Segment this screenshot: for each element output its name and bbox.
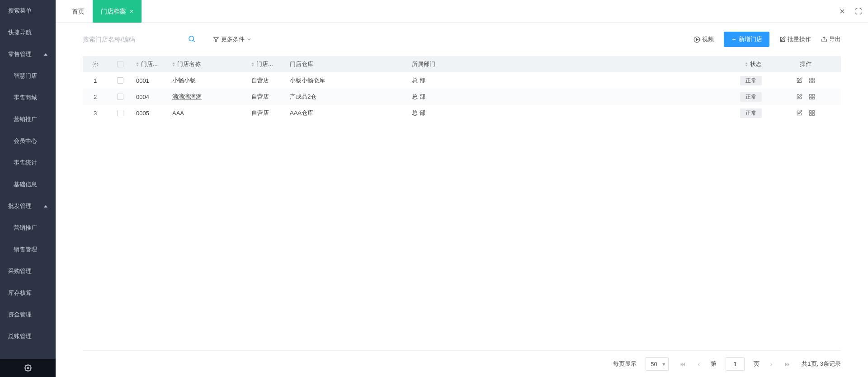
svg-rect-9 — [812, 94, 814, 96]
expand-icon — [855, 8, 862, 15]
sidebar-item-retail-stats[interactable]: 零售统计 — [0, 152, 56, 174]
sort-icon — [136, 62, 139, 66]
col-type[interactable]: 门店... — [248, 56, 286, 72]
sidebar-item-purchase-mgmt[interactable]: 采购管理 — [0, 260, 56, 282]
export-label: 导出 — [829, 35, 841, 43]
sidebar: 搜索菜单 快捷导航 零售管理 智慧门店 零售商城 营销推广 会员中心 零售统计 … — [0, 0, 56, 377]
sidebar-item-inventory[interactable]: 库存核算 — [0, 282, 56, 304]
cell-warehouse: AAA仓库 — [286, 105, 408, 121]
store-name-link[interactable]: AAA — [172, 110, 184, 117]
content-panel: 更多条件 视频 ＋ 新增门店 批量操作 导出 — [56, 23, 868, 377]
row-edit-button[interactable] — [796, 94, 802, 100]
more-filter-label: 更多条件 — [221, 35, 245, 43]
sidebar-item-sales-mgmt[interactable]: 销售管理 — [0, 239, 56, 260]
tab-home[interactable]: 首页 — [64, 0, 93, 23]
row-more-button[interactable] — [809, 110, 815, 116]
sidebar-settings-button[interactable] — [0, 359, 56, 377]
sidebar-item-retail-mall[interactable]: 零售商城 — [0, 87, 56, 108]
sort-icon — [745, 62, 748, 66]
gear-icon — [92, 61, 99, 67]
export-icon — [821, 36, 827, 42]
cell-dept: 总 部 — [408, 105, 634, 121]
search-input[interactable] — [83, 32, 196, 47]
store-name-link[interactable]: 滴滴滴滴滴 — [172, 93, 202, 101]
col-dept: 所属部门 — [408, 56, 634, 72]
svg-point-1 — [189, 36, 194, 41]
sidebar-label: 批发管理 — [8, 202, 32, 210]
column-settings-button[interactable] — [83, 56, 108, 72]
cell-code: 0001 — [132, 72, 169, 89]
cell-warehouse: 产成品2仓 — [286, 89, 408, 105]
col-code[interactable]: 门店... — [132, 56, 169, 72]
chevron-down-icon: ▾ — [662, 361, 665, 368]
sidebar-item-member-center[interactable]: 会员中心 — [0, 130, 56, 152]
fullscreen-button[interactable] — [854, 6, 863, 16]
caret-up-icon — [44, 205, 47, 207]
grid-icon — [809, 77, 815, 84]
sidebar-item-smart-store[interactable]: 智慧门店 — [0, 65, 56, 87]
tab-store-archive[interactable]: 门店档案 × — [93, 0, 142, 23]
edit-icon — [796, 110, 802, 116]
page-next-button[interactable]: › — [769, 361, 774, 368]
per-page-select[interactable]: 50 ▾ — [646, 357, 668, 371]
sidebar-item-funds-mgmt[interactable]: 资金管理 — [0, 304, 56, 325]
row-more-button[interactable] — [809, 94, 815, 100]
cell-code: 0004 — [132, 89, 169, 105]
svg-rect-5 — [812, 78, 814, 80]
page-input[interactable] — [726, 357, 745, 371]
sidebar-item-retail-mgmt[interactable]: 零售管理 — [0, 43, 56, 65]
status-badge: 正常 — [740, 76, 762, 85]
svg-rect-12 — [809, 111, 811, 113]
checkbox-row[interactable] — [117, 110, 123, 116]
grid-icon — [809, 94, 815, 100]
col-name[interactable]: 门店名称 — [169, 56, 248, 72]
page-last-button[interactable]: ⏭ — [783, 361, 793, 368]
per-page-label: 每页显示 — [613, 360, 637, 368]
row-more-button[interactable] — [809, 77, 815, 84]
per-page-value: 50 — [651, 361, 657, 368]
row-edit-button[interactable] — [796, 110, 802, 116]
page-prev-button[interactable]: ‹ — [696, 361, 702, 368]
main-area: 首页 门店档案 × 更多条件 — [56, 0, 868, 377]
store-name-link[interactable]: 小畅小畅 — [172, 76, 196, 85]
cell-dept: 总 部 — [408, 72, 634, 89]
checkbox-row[interactable] — [117, 94, 123, 100]
search-icon[interactable] — [188, 35, 196, 43]
export-button[interactable]: 导出 — [821, 35, 841, 43]
sidebar-item-quick-nav[interactable]: 快捷导航 — [0, 22, 56, 43]
video-label: 视频 — [702, 35, 714, 43]
edit-icon — [796, 94, 802, 100]
cell-type: 自营店 — [248, 89, 286, 105]
grid-icon — [809, 110, 815, 116]
checkbox-row[interactable] — [117, 77, 123, 84]
add-store-button[interactable]: ＋ 新增门店 — [724, 32, 769, 47]
close-icon[interactable]: × — [130, 0, 133, 23]
play-circle-icon — [693, 36, 700, 43]
checkbox-all[interactable] — [117, 61, 123, 67]
sidebar-item-marketing-2[interactable]: 营销推广 — [0, 217, 56, 239]
batch-ops-button[interactable]: 批量操作 — [779, 35, 811, 43]
sort-icon — [172, 62, 175, 66]
col-status[interactable]: 状态 — [634, 56, 770, 72]
row-edit-button[interactable] — [796, 77, 802, 84]
sidebar-item-marketing-1[interactable]: 营销推广 — [0, 108, 56, 130]
row-index: 3 — [83, 105, 108, 121]
add-store-label: 新增门店 — [739, 32, 762, 47]
status-badge: 正常 — [740, 92, 762, 102]
status-badge: 正常 — [740, 108, 762, 118]
tab-label: 门店档案 — [101, 0, 126, 23]
sidebar-item-search-menu[interactable]: 搜索菜单 — [0, 0, 56, 22]
svg-rect-7 — [812, 81, 814, 83]
sidebar-item-ledger-mgmt[interactable]: 总账管理 — [0, 325, 56, 347]
sidebar-item-basic-info[interactable]: 基础信息 — [0, 174, 56, 195]
x-icon — [839, 8, 846, 15]
video-link[interactable]: 视频 — [693, 35, 714, 43]
sidebar-item-wholesale-mgmt[interactable]: 批发管理 — [0, 195, 56, 217]
table-header: 门店... 门店名称 门店... 门店仓库 所属部门 状态 操作 — [83, 56, 841, 72]
close-all-tabs-button[interactable] — [837, 6, 847, 16]
gear-icon — [24, 364, 32, 372]
cell-type: 自营店 — [248, 72, 286, 89]
more-filter-button[interactable]: 更多条件 — [213, 35, 252, 43]
plus-icon: ＋ — [731, 32, 737, 47]
page-first-button[interactable]: ⏮ — [678, 361, 687, 368]
